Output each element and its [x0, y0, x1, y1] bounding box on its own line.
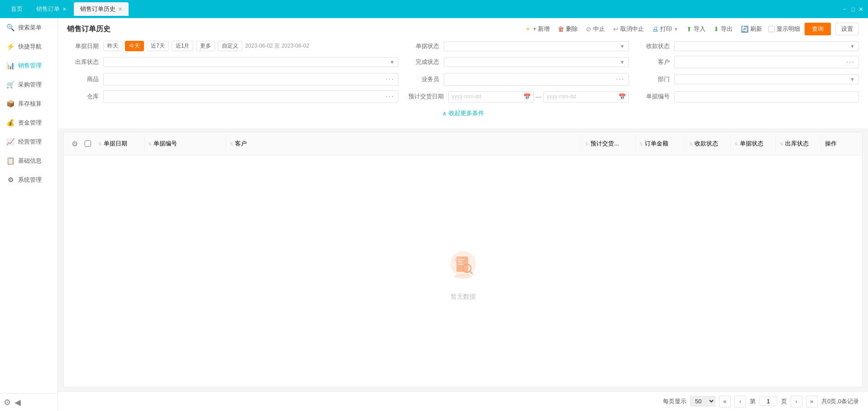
prev-page-btn[interactable]: ‹ — [734, 396, 746, 407]
sales-mgmt-icon: 📊 — [6, 62, 14, 70]
th-action: 操作 — [821, 135, 858, 152]
th-customer-sort[interactable]: ⇅ — [230, 141, 233, 146]
tab-sales-order[interactable]: 销售订单 ✕ — [30, 2, 73, 16]
stop-icon: ⊘ — [586, 25, 591, 33]
sidebar-item-finance[interactable]: 💰 资金管理 — [0, 113, 58, 132]
query-btn[interactable]: 查询 — [805, 23, 831, 35]
filter-row-1: 单据日期 昨天 今天 近7天 近1月 更多 自定义 2023-06-02 至 2… — [67, 41, 859, 51]
delete-icon: 🗑 — [558, 25, 564, 33]
select-all-checkbox[interactable] — [85, 140, 91, 147]
toolbar: ＋ + 新增 🗑 删除 ⊘ 中止 ↩ 取消中止 — [523, 23, 859, 35]
next-page-btn[interactable]: › — [791, 396, 802, 407]
date-group: 昨天 今天 近7天 近1月 更多 自定义 2023-06-02 至 2023-0… — [103, 41, 309, 51]
date-yesterday-btn[interactable]: 昨天 — [103, 41, 122, 51]
order-status-select[interactable]: ▼ — [444, 41, 628, 51]
settings-btn-header[interactable]: 设置 — [835, 23, 859, 35]
customer-dots-btn[interactable]: ··· — [846, 58, 855, 66]
product-dots-btn[interactable]: ··· — [386, 75, 394, 83]
complete-status-select[interactable]: ▼ — [444, 57, 628, 67]
th-date-sort[interactable]: ⇅ — [98, 141, 102, 146]
settings-bottom-btn[interactable]: ⚙ — [4, 397, 11, 407]
sidebar-item-base-info[interactable]: 📋 基础信息 — [0, 151, 58, 170]
warehouse-dots-btn[interactable]: ··· — [386, 92, 394, 101]
show-detail-checkbox[interactable] — [768, 26, 775, 32]
tab-sales-order-close[interactable]: ✕ — [62, 6, 67, 12]
date-last1m-btn[interactable]: 近1月 — [172, 41, 194, 51]
page-size-select[interactable]: 50 10 20 100 — [690, 396, 715, 406]
svg-point-1 — [454, 274, 472, 279]
print-arrow: ▼ — [674, 27, 678, 32]
th-order-status-sort[interactable]: ⇅ — [734, 141, 738, 146]
date-custom-btn[interactable]: 自定义 — [218, 41, 242, 51]
collapse-btn[interactable]: ∧ 收起更多条件 — [442, 107, 484, 119]
maximize-btn[interactable]: □ — [851, 6, 855, 13]
th-amount-sort[interactable]: ⇅ — [639, 141, 643, 146]
expected-date-to: yyyy-mm-dd — [547, 93, 576, 100]
collapse-sidebar-btn[interactable]: ◀ — [14, 397, 21, 407]
current-page-input[interactable] — [759, 396, 777, 406]
new-label: + 新增 — [533, 25, 550, 33]
salesperson-dots-btn[interactable]: ··· — [616, 75, 624, 83]
last-page-btn[interactable]: » — [806, 396, 818, 407]
print-label: 打印 — [660, 25, 672, 33]
sidebar-item-search-menu[interactable]: 🔍 搜索菜单 — [0, 18, 58, 37]
date-last7-btn[interactable]: 近7天 — [147, 41, 169, 51]
th-payment-sort[interactable]: ⇅ — [689, 141, 693, 146]
th-no: ⇅ 单据编号 — [144, 135, 226, 152]
salesperson-label: 业务员 — [408, 75, 444, 83]
export-btn[interactable]: ⬇ 导出 — [712, 24, 734, 34]
product-label: 商品 — [67, 75, 103, 83]
customer-label: 客户 — [638, 58, 674, 66]
stop-label: 中止 — [593, 25, 605, 33]
order-no-input[interactable] — [674, 91, 859, 102]
minimize-btn[interactable]: － — [842, 5, 848, 13]
calendar-from-icon[interactable]: 📅 — [523, 93, 531, 100]
tab-home[interactable]: 首页 — [5, 2, 29, 16]
date-more-btn[interactable]: 更多 — [196, 41, 215, 51]
sidebar-item-sys-mgmt[interactable]: ⚙ 系统管理 — [0, 170, 58, 189]
tab-sales-order-history[interactable]: 销售订单历史 ✕ — [74, 2, 129, 16]
sidebar-item-finance-label: 资金管理 — [18, 119, 42, 127]
sidebar-item-operations[interactable]: 📈 经营管理 — [0, 132, 58, 151]
collapse-row: ∧ 收起更多条件 — [67, 107, 859, 119]
refresh-icon: 🔄 — [741, 25, 748, 33]
th-no-sort[interactable]: ⇅ — [148, 141, 152, 146]
main-layout: 🔍 搜索菜单 ⚡ 快捷导航 📊 销售管理 🛒 采购管理 📦 库存核算 💰 资金管… — [0, 18, 868, 411]
refresh-btn[interactable]: 🔄 刷新 — [739, 24, 764, 34]
th-delivery-status: ⇅ 出库状态 — [776, 135, 821, 152]
show-detail-wrap: 显示明细 — [768, 25, 800, 33]
print-btn[interactable]: 🖨 打印 ▼ — [650, 24, 680, 34]
department-select[interactable]: ▼ — [674, 74, 859, 84]
sidebar-item-quick-nav[interactable]: ⚡ 快捷导航 — [0, 37, 58, 56]
sidebar-item-purchase-mgmt[interactable]: 🛒 采购管理 — [0, 75, 58, 94]
department-arrow: ▼ — [850, 77, 855, 82]
sidebar-item-inventory-label: 库存核算 — [18, 100, 42, 108]
date-today-btn[interactable]: 今天 — [125, 41, 144, 51]
operations-icon: 📈 — [6, 138, 14, 146]
stop-btn[interactable]: ⊘ 中止 — [584, 24, 607, 34]
th-delivery-sort[interactable]: ⇅ — [780, 141, 783, 146]
th-order-status: ⇅ 单据状态 — [731, 135, 776, 152]
calendar-to-icon[interactable]: 📅 — [619, 93, 626, 100]
delivery-status-select[interactable]: ▼ — [103, 57, 398, 67]
base-info-icon: 📋 — [6, 157, 14, 165]
import-btn[interactable]: ⬆ 导入 — [685, 24, 707, 34]
sidebar-item-search-menu-label: 搜索菜单 — [18, 24, 42, 32]
tab-sales-order-history-close[interactable]: ✕ — [118, 6, 122, 12]
th-customer: ⇅ 客户 — [226, 135, 581, 152]
cancel-stop-btn[interactable]: ↩ 取消中止 — [611, 24, 646, 34]
table-body: 暂无数据 — [64, 155, 862, 387]
sidebar-item-sales-mgmt[interactable]: 📊 销售管理 — [0, 56, 58, 75]
page-prefix: 第 — [750, 397, 756, 406]
new-btn[interactable]: ＋ + 新增 — [523, 24, 551, 34]
delete-btn[interactable]: 🗑 删除 — [556, 24, 580, 34]
quick-nav-icon: ⚡ — [6, 43, 14, 51]
close-btn[interactable]: ✕ — [858, 6, 863, 13]
sidebar-bottom: ⚙ ◀ — [0, 393, 58, 411]
payment-status-arrow: ▼ — [850, 44, 855, 49]
th-expected-sort[interactable]: ⇅ — [585, 141, 589, 146]
payment-status-select[interactable]: ▼ — [674, 41, 859, 51]
table-settings-btn[interactable]: ⚙ — [68, 137, 81, 150]
sidebar-item-inventory[interactable]: 📦 库存核算 — [0, 94, 58, 113]
first-page-btn[interactable]: « — [719, 396, 731, 407]
